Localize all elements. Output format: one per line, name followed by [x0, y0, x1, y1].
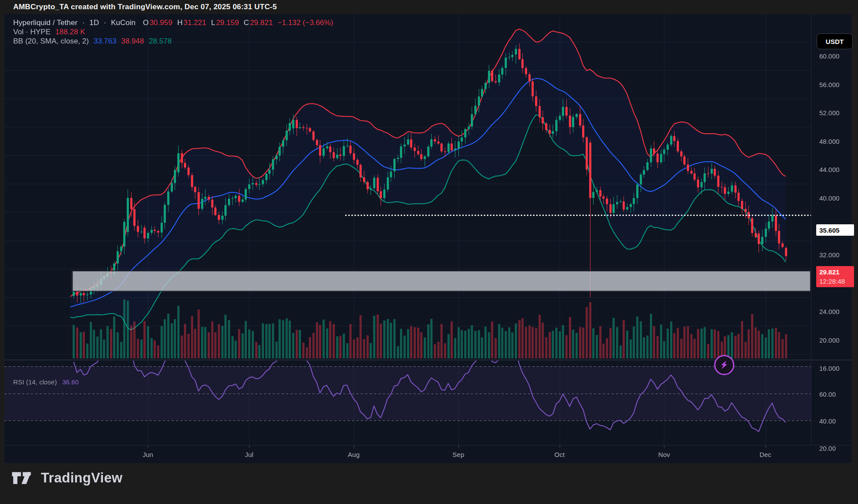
time-axis-label: Jun [143, 451, 153, 458]
high-value: 31.221 [183, 18, 206, 27]
volume-label: Vol · HYPE [13, 28, 51, 36]
last-price-value: 29.821 [819, 267, 854, 277]
volume-value: 188.28 K [55, 28, 85, 36]
rsi-axis-label: 20.00 [819, 444, 836, 452]
flash-snapshot-button[interactable] [714, 355, 734, 375]
price-axis-label: 44.000 [819, 166, 840, 173]
time-axis-label: Dec [759, 451, 771, 458]
price-axis-label: 40.000 [819, 194, 840, 201]
low-label: L [211, 18, 215, 27]
price-axis-divider [811, 14, 811, 445]
price-axis-label: 16.000 [819, 365, 840, 372]
price-axis-label: 24.000 [819, 308, 840, 315]
legend-separator: · [104, 18, 106, 27]
symbol-legend-row: Hyperliquid / Tether · 1D · KuCoin O30.9… [13, 18, 336, 27]
price-level-badge: 35.605 [816, 224, 854, 236]
chart-plot-area[interactable] [4, 14, 851, 463]
last-price-badge: 29.821 12:28:48 [816, 266, 854, 287]
price-axis-label: 48.000 [819, 137, 840, 145]
bb-legend-row: BB (20, SMA, close, 2) 33.763 38.948 28.… [13, 37, 174, 46]
footer-strip: TradingView [0, 463, 858, 504]
rsi-legend-row: RSI (14, close) 36.60 [13, 378, 79, 386]
change-value: −1.132 (−3.66%) [278, 18, 334, 27]
bb-label: BB (20, SMA, close, 2) [13, 37, 89, 45]
watermark-header: AMBCrypto_TA created with TradingView.co… [0, 0, 858, 14]
interval-label: 1D [89, 18, 99, 27]
tradingview-brand[interactable]: TradingView [11, 468, 122, 488]
rsi-axis-label: 60.00 [819, 390, 836, 398]
rsi-value: 36.60 [62, 378, 79, 386]
time-axis[interactable]: JunJulAugSepOctNovDec2026 [4, 445, 811, 463]
price-axis-label: 32.000 [819, 251, 840, 258]
exchange-label: KuCoin [111, 18, 136, 27]
close-value: 29.821 [250, 18, 273, 27]
tradingview-brand-name: TradingView [41, 470, 122, 486]
legend-separator: · [82, 18, 85, 27]
time-axis-label: Oct [554, 451, 565, 458]
time-axis-label: Sep [452, 451, 464, 458]
price-axis-label: 56.000 [819, 80, 840, 88]
time-axis-label: Nov [658, 451, 670, 458]
price-axis-label: 60.000 [819, 52, 840, 60]
price-axis-label: 20.000 [819, 336, 840, 343]
tradingview-logo-icon [11, 468, 35, 488]
open-value: 30.959 [150, 18, 172, 27]
lightning-bolt-icon [719, 359, 730, 371]
close-label: C [244, 18, 249, 27]
tradingview-snapshot: AMBCrypto_TA created with TradingView.co… [0, 0, 858, 504]
bb-basis-value: 33.763 [94, 37, 117, 45]
time-axis-label: Aug [348, 451, 360, 458]
open-label: O [143, 18, 149, 27]
currency-toggle-button[interactable]: USDT [817, 33, 853, 49]
volume-legend-row: Vol · HYPE 188.28 K [13, 28, 88, 37]
rsi-label: RSI (14, close) [13, 378, 57, 386]
chart-widget: Hyperliquid / Tether · 1D · KuCoin O30.9… [4, 14, 851, 463]
bar-countdown: 12:28:48 [819, 277, 854, 286]
bb-upper-value: 38.948 [121, 37, 144, 45]
watermark-text: AMBCrypto_TA created with TradingView.co… [13, 3, 277, 11]
low-value: 29.159 [216, 18, 239, 27]
rsi-axis-label: 40.00 [819, 417, 836, 425]
high-label: H [177, 18, 183, 27]
time-axis-label: Jul [245, 451, 253, 458]
symbol-title: Hyperliquid / Tether [13, 18, 77, 27]
bb-lower-value: 28.578 [149, 37, 172, 45]
price-axis-label: 52.000 [819, 109, 840, 117]
